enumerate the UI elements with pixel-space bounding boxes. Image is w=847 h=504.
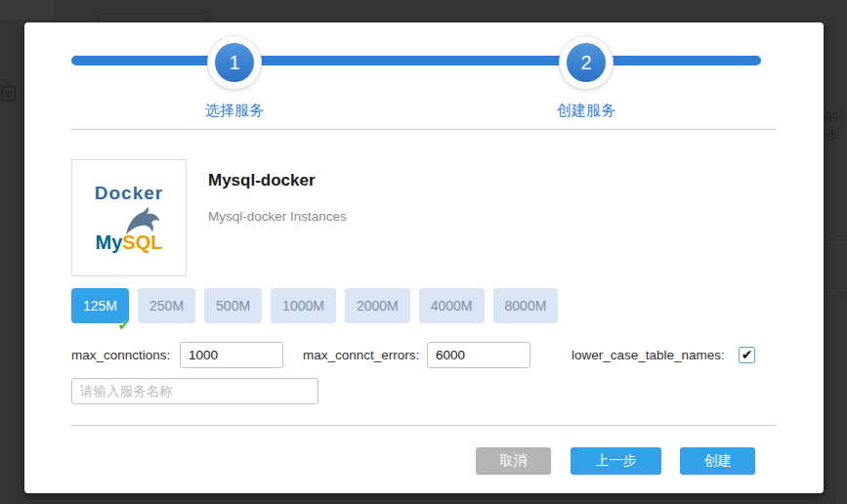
header-divider: [71, 129, 777, 130]
lower-case-table-names-label: lower_case_table_names:: [572, 342, 725, 368]
max-connections-input[interactable]: [180, 342, 283, 368]
memory-option-2000m[interactable]: 2000M: [345, 288, 410, 323]
background-row-divider: [824, 241, 847, 242]
create-button[interactable]: 创建: [680, 447, 755, 475]
service-name-input[interactable]: [71, 378, 318, 404]
step-1-label: 选择服务: [166, 102, 303, 120]
service-logo: Docker MySQL: [71, 159, 187, 276]
max-connect-errors-label: max_connct_errors:: [303, 342, 419, 368]
mysql-logo-text: MySQL: [96, 231, 163, 254]
max-connect-errors-input[interactable]: [427, 342, 530, 368]
background-row-divider: [824, 290, 847, 291]
cancel-button[interactable]: 取消: [476, 447, 551, 475]
screen: 的 步 1 2 选择服务 创建服务 Docker MySQL Mysql-doc…: [0, 0, 847, 504]
lower-case-table-names-checkbox[interactable]: ✔: [739, 347, 755, 363]
previous-step-button[interactable]: 上一步: [571, 447, 661, 475]
mysql-logo-my: My: [96, 231, 123, 253]
trash-icon: [0, 81, 18, 103]
service-subtitle: Mysql-docker Instances: [208, 209, 347, 224]
stepper-progress-bar: [71, 56, 761, 65]
background-clipped-text-line2: 步: [826, 126, 847, 145]
memory-option-500m[interactable]: 500M: [204, 288, 262, 323]
memory-option-4000m[interactable]: 4000M: [419, 288, 485, 323]
docker-logo-text: Docker: [95, 183, 163, 204]
memory-option-row: 125M ✔ 250M 500M 1000M 2000M 4000M 8000M: [71, 288, 558, 323]
background-header-block: [0, 0, 54, 20]
max-connections-label: max_connctions:: [71, 342, 170, 368]
memory-option-1000m[interactable]: 1000M: [271, 288, 336, 323]
mysql-logo-sql: SQL: [122, 231, 162, 253]
step-2-indicator: 2: [567, 43, 606, 82]
memory-option-label: 125M: [83, 298, 117, 314]
background-clipped-text-line1: 的: [826, 107, 847, 126]
footer-divider: [71, 425, 777, 426]
create-service-modal: 1 2 选择服务 创建服务 Docker MySQL Mysql-docker …: [24, 22, 824, 493]
service-title: Mysql-docker: [208, 171, 316, 190]
memory-option-125m[interactable]: 125M ✔: [71, 288, 129, 323]
selected-check-icon: ✔: [117, 317, 130, 332]
step-2-label: 创建服务: [518, 102, 655, 120]
step-1-indicator: 1: [215, 43, 254, 82]
memory-option-8000m[interactable]: 8000M: [493, 288, 559, 323]
memory-option-250m[interactable]: 250M: [138, 288, 195, 323]
background-clipped-text: 的 步: [826, 107, 847, 145]
